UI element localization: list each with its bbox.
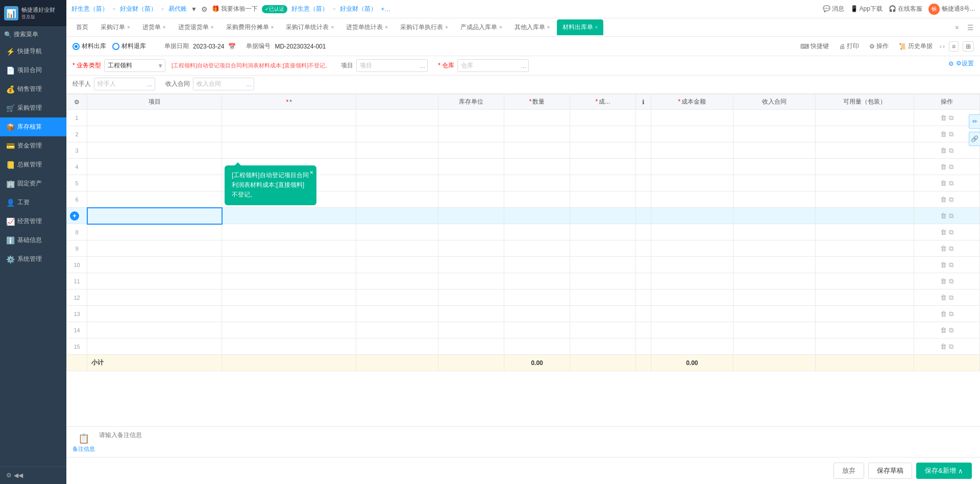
tab-home[interactable]: 首页	[70, 19, 94, 35]
copy-icon-10[interactable]: ⧉	[949, 261, 953, 269]
sidebar-item-fixed-assets[interactable]: 🏢 固定资产	[0, 174, 66, 193]
sidebar-item-general-ledger[interactable]: 📒 总账管理	[0, 155, 66, 174]
topbar-online-service[interactable]: 🎧 在线客服	[889, 5, 922, 13]
tab-incoming-return[interactable]: 进货退货单 ×	[173, 19, 219, 35]
discard-button[interactable]: 放弃	[834, 463, 864, 479]
tab-close-incoming[interactable]: ×	[163, 25, 166, 30]
delete-icon-14[interactable]: 🗑	[940, 326, 947, 334]
row-7-material-input[interactable]	[226, 212, 353, 220]
operation-btn[interactable]: ⚙ 操作	[866, 41, 892, 52]
delete-icon-13[interactable]: 🗑	[940, 310, 947, 318]
delete-icon-12[interactable]: 🗑	[940, 294, 947, 301]
sidebar-item-sales[interactable]: 💰 销售管理	[0, 80, 66, 99]
tab-menu[interactable]: ☰	[965, 23, 976, 32]
collapse-btn[interactable]: ◀◀	[14, 472, 23, 479]
tab-purchase-order[interactable]: 采购订单 ×	[95, 19, 136, 35]
sidebar-item-wages[interactable]: 👤 工资	[0, 193, 66, 212]
notes-input[interactable]	[99, 431, 974, 451]
row-1-spec[interactable]	[356, 110, 438, 126]
row-1-income-contract[interactable]	[733, 110, 815, 126]
copy-icon-2[interactable]: ⧉	[949, 130, 953, 138]
delete-icon-9[interactable]: 🗑	[940, 245, 947, 252]
print-btn[interactable]: 🖨 打印	[836, 41, 862, 52]
tab-close-finished[interactable]: ×	[499, 25, 502, 30]
row-2-income-contract[interactable]	[733, 126, 815, 142]
row-2-qty[interactable]	[504, 126, 570, 142]
income-contract-select[interactable]: 收入合同 …	[193, 78, 254, 90]
row-1-available[interactable]	[815, 110, 914, 126]
copy-icon-7[interactable]: ⧉	[949, 212, 953, 220]
tab-close-purchase-stats[interactable]: ×	[331, 25, 334, 30]
row-2-available[interactable]	[815, 126, 914, 142]
tab-incoming[interactable]: 进货单 ×	[137, 19, 172, 35]
topbar-settings-icon[interactable]: ⚙	[201, 5, 208, 13]
delete-icon-10[interactable]: 🗑	[940, 261, 947, 269]
sidebar-item-project-contract[interactable]: 📄 项目合同	[0, 61, 66, 80]
copy-icon-11[interactable]: ⧉	[949, 277, 953, 285]
row-1-project[interactable]	[87, 110, 222, 126]
delete-icon-15[interactable]: 🗑	[940, 343, 947, 350]
tab-purchase-stats[interactable]: 采购订单统计表 ×	[280, 19, 339, 35]
save-draft-button[interactable]: 保存草稿	[868, 463, 912, 479]
delete-icon-2[interactable]: 🗑	[940, 130, 947, 138]
row-1-unit[interactable]	[438, 110, 504, 126]
row-1-cost-amount[interactable]	[651, 110, 733, 126]
search-menu[interactable]: 🔍 搜索菜单	[0, 27, 66, 42]
delete-icon-7[interactable]: 🗑	[940, 212, 947, 220]
copy-icon-6[interactable]: ⧉	[949, 196, 953, 204]
copy-icon-4[interactable]: ⧉	[949, 163, 953, 171]
row-1-qty[interactable]	[504, 110, 570, 126]
copy-icon-13[interactable]: ⧉	[949, 310, 953, 318]
topbar-app-download[interactable]: 📱 App下载	[850, 5, 883, 13]
project-select[interactable]: 项目 …	[356, 59, 428, 72]
copy-icon-3[interactable]: ⧉	[949, 147, 953, 155]
sidebar-item-basic[interactable]: ℹ️ 基础信息	[0, 231, 66, 250]
delete-icon-4[interactable]: 🗑	[940, 163, 947, 171]
sidebar-bottom[interactable]: ⚙ ◀◀	[0, 466, 66, 484]
topbar-dropdown[interactable]: ▼	[191, 6, 197, 13]
row-3-material[interactable]	[222, 142, 356, 159]
tab-material-out[interactable]: 材料出库单 ×	[557, 19, 604, 35]
view-list-btn[interactable]: ≡	[949, 41, 959, 52]
tab-close-incoming-stats[interactable]: ×	[385, 25, 388, 30]
copy-icon-1[interactable]: ⧉	[949, 114, 953, 122]
row-2-unit[interactable]	[438, 126, 504, 142]
add-row-btn[interactable]: +	[70, 211, 79, 221]
tab-purchase-exec[interactable]: 采购订单执行表 ×	[395, 19, 454, 35]
delete-icon-6[interactable]: 🗑	[940, 196, 947, 203]
topbar-message[interactable]: 💬 消息	[823, 5, 844, 13]
row-2-project[interactable]	[87, 126, 222, 142]
tab-other-inbound[interactable]: 其他入库单 ×	[509, 19, 556, 35]
copy-icon-5[interactable]: ⧉	[949, 179, 953, 187]
tab-close-incoming-return[interactable]: ×	[211, 25, 214, 30]
delete-icon-11[interactable]: 🗑	[940, 277, 947, 285]
topbar-link-yidaili[interactable]: 易代账	[168, 5, 187, 13]
topbar-experience[interactable]: 🎁 我要体验一下	[212, 5, 258, 13]
nav-prev[interactable]: ‹	[940, 43, 942, 50]
row-1-material[interactable]	[222, 110, 356, 126]
topbar-etc[interactable]: +…	[381, 6, 390, 13]
topbar-shengyi2[interactable]: 好生意（苗）	[291, 5, 328, 13]
row-7-project[interactable]	[87, 208, 222, 224]
row-2-cost[interactable]	[570, 126, 636, 142]
copy-icon-12[interactable]: ⧉	[949, 294, 953, 302]
tab-finished-goods[interactable]: 产成品入库单 ×	[455, 19, 508, 35]
copy-icon-14[interactable]: ⧉	[949, 326, 953, 334]
copy-icon-8[interactable]: ⧉	[949, 228, 953, 236]
tab-close-expense[interactable]: ×	[271, 25, 274, 30]
sidebar-item-sys[interactable]: ⚙️ 系统管理	[0, 250, 66, 269]
row-7-material[interactable]	[222, 208, 356, 224]
row-7-project-input[interactable]	[91, 212, 218, 220]
topbar-yecai2[interactable]: 好业财（苗）	[340, 5, 377, 13]
tab-purchase-expense[interactable]: 采购费用分摊单 ×	[220, 19, 280, 35]
tab-close-all[interactable]: ×	[951, 23, 963, 32]
sidebar-item-purchase[interactable]: 🛒 采购管理	[0, 99, 66, 117]
tab-close-other[interactable]: ×	[547, 25, 550, 30]
side-icon-1[interactable]: ✏	[969, 114, 980, 129]
tooltip-close-btn[interactable]: ×	[309, 167, 313, 178]
tab-close-purchase-order[interactable]: ×	[127, 25, 130, 30]
topbar-link-yecai[interactable]: 好业财（苗）	[120, 5, 157, 13]
delete-icon-5[interactable]: 🗑	[940, 179, 947, 187]
view-grid-btn[interactable]: ⊞	[963, 41, 974, 52]
col-settings-header[interactable]: ⚙	[67, 94, 87, 110]
